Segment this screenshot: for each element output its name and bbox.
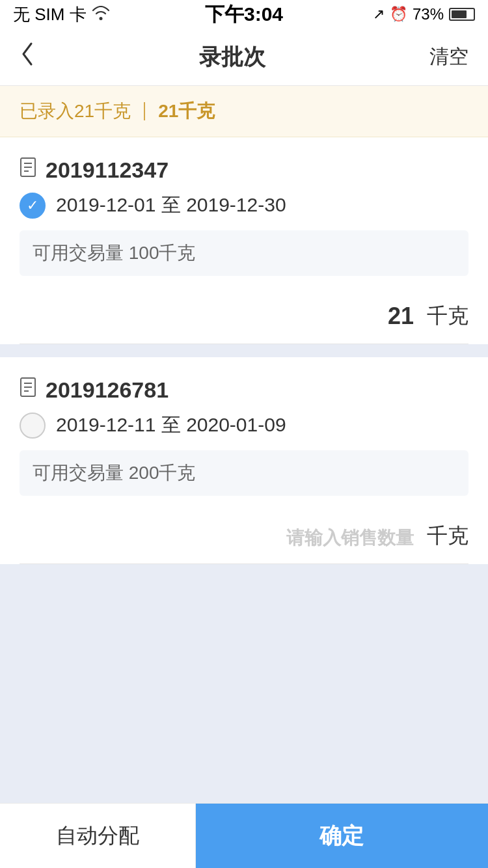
status-right: ↗ ⏰ 73% (373, 5, 475, 23)
batch-date-row-2[interactable]: 2019-12-11 至 2020-01-09 (20, 412, 468, 439)
batch-id-2: 2019126781 (46, 377, 169, 403)
batch-item-1: 2019112347 ✓ 2019-12-01 至 2019-12-30 可用交… (0, 137, 488, 344)
batch-date-2: 2019-12-11 至 2020-01-09 (56, 412, 286, 439)
status-time: 下午3:04 (205, 1, 283, 28)
qty-input-1[interactable] (284, 303, 414, 330)
clear-button[interactable]: 清空 (429, 44, 468, 70)
status-bar: 无 SIM 卡 下午3:04 ↗ ⏰ 73% (0, 0, 488, 29)
battery-icon (449, 8, 475, 21)
batch-date-row-1[interactable]: ✓ 2019-12-01 至 2019-12-30 (20, 192, 468, 219)
check-icon-1: ✓ (27, 197, 38, 214)
batch-header-1: 2019112347 (20, 157, 468, 183)
location-icon: ↗ (373, 6, 385, 23)
available-qty-1: 可用交易量 100千克 (20, 230, 468, 276)
qty-input-2[interactable] (284, 522, 414, 550)
auto-distribute-button[interactable]: 自动分配 (0, 804, 196, 868)
recorded-label: 已录入21千克 (20, 99, 131, 124)
batch-item-2: 2019126781 2019-12-11 至 2020-01-09 可用交易量… (0, 357, 488, 564)
alarm-icon: ⏰ (390, 6, 407, 23)
wifi-icon (92, 5, 110, 25)
section-divider (0, 344, 488, 357)
batch-doc-icon-1 (20, 157, 39, 183)
recorded-value: 21千克 (158, 99, 215, 124)
info-divider (144, 102, 145, 120)
info-banner: 已录入21千克 21千克 (0, 86, 488, 137)
qty-input-row-1: 千克 (20, 289, 468, 344)
battery-percentage: 73% (413, 5, 444, 23)
radio-selected-1[interactable]: ✓ (20, 193, 46, 219)
bottom-area (0, 564, 488, 824)
available-qty-2: 可用交易量 200千克 (20, 450, 468, 496)
status-carrier: 无 SIM 卡 (13, 3, 110, 26)
qty-unit-1: 千克 (427, 302, 468, 331)
batch-doc-icon-2 (20, 377, 39, 403)
radio-unselected-2[interactable] (20, 413, 46, 439)
back-button[interactable] (20, 41, 35, 73)
qty-input-row-2: 千克 (20, 509, 468, 564)
carrier-text: 无 SIM 卡 (13, 3, 87, 26)
footer: 自动分配 确定 (0, 803, 488, 868)
batch-header-2: 2019126781 (20, 377, 468, 403)
nav-bar: 录批次 清空 (0, 29, 488, 86)
page-title: 录批次 (199, 42, 265, 72)
qty-unit-2: 千克 (427, 522, 468, 550)
batch-date-1: 2019-12-01 至 2019-12-30 (56, 192, 286, 219)
batch-id-1: 2019112347 (46, 157, 169, 183)
confirm-button[interactable]: 确定 (196, 804, 488, 868)
